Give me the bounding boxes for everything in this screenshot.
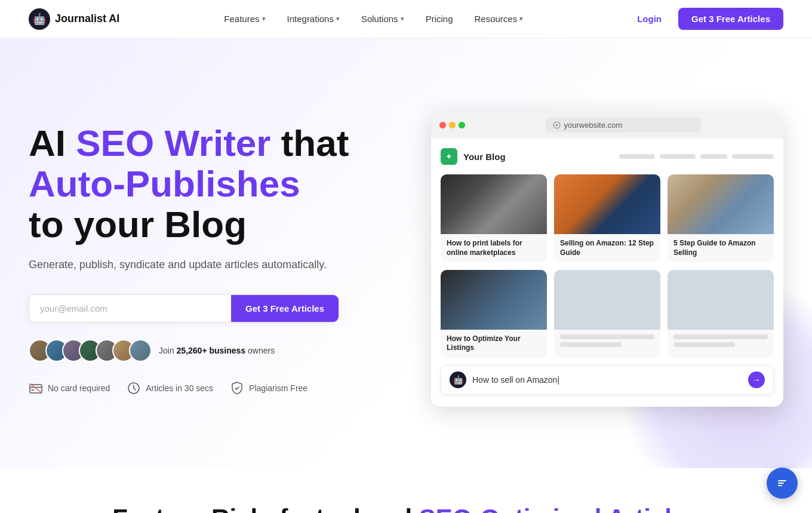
browser-dots: [439, 122, 465, 128]
hero-cta-button[interactable]: Get 3 Free Articles: [231, 295, 339, 322]
badge-articles-speed: Articles in 30 secs: [127, 381, 213, 395]
section-title-text: Feature-Rich, factual and SEO-Optimized …: [112, 504, 699, 513]
article-title: How to Optimize Your Listings: [441, 330, 547, 358]
hero-right: yourwebsite.com Your Blog: [387, 112, 783, 406]
hero-title-plain1: AI: [29, 122, 76, 164]
article-skeleton: [668, 330, 774, 355]
hero-left: AI SEO Writer that Auto-Publishes to you…: [29, 123, 387, 396]
email-input[interactable]: [29, 295, 231, 322]
dot-red: [439, 122, 446, 128]
shield-icon: [230, 381, 244, 395]
chevron-down-icon: ▾: [519, 15, 523, 23]
navbar: 🤖 Journalist AI Features ▾ Integrations …: [0, 0, 812, 38]
article-title: 5 Step Guide to Amazon Selling: [668, 234, 774, 262]
article-image: [441, 270, 547, 330]
hero-section: AI SEO Writer that Auto-Publishes to you…: [0, 38, 812, 468]
avatar: [129, 339, 152, 362]
blog-header: Your Blog: [441, 148, 774, 165]
section-title: Feature-Rich, factual and SEO-Optimized …: [29, 504, 783, 513]
hero-badges: No card required Articles in 30 secs Pla…: [29, 381, 387, 395]
nav-bar-placeholder: [732, 154, 774, 159]
logo-icon: 🤖: [29, 8, 50, 30]
nav-resources[interactable]: Resources ▾: [466, 9, 531, 29]
nav-bar-placeholder: [700, 154, 727, 159]
browser-url-bar: yourwebsite.com: [546, 118, 701, 133]
chatbox: 🤖 How to sell on Amazon| →: [441, 365, 774, 395]
blog-name: Your Blog: [463, 152, 506, 162]
article-card-placeholder: [554, 270, 660, 358]
articles-speed-label: Articles in 30 secs: [146, 383, 213, 393]
chatbox-send-button[interactable]: →: [748, 371, 765, 388]
dot-yellow: [449, 122, 456, 128]
browser-url-text: yourwebsite.com: [564, 121, 623, 130]
article-image-placeholder: [554, 270, 660, 330]
article-card: 5 Step Guide to Amazon Selling: [668, 174, 774, 262]
article-image: [441, 174, 547, 234]
chatbox-avatar-icon: 🤖: [450, 371, 466, 388]
nav-links: Features ▾ Integrations ▾ Solutions ▾ Pr…: [216, 9, 531, 29]
skeleton-line: [673, 342, 735, 347]
skeleton-line: [560, 342, 622, 347]
nav-solutions[interactable]: Solutions ▾: [353, 9, 413, 29]
browser-mockup: yourwebsite.com Your Blog: [431, 112, 783, 406]
hero-title-plain2: that: [270, 122, 349, 164]
nav-bar-placeholder: [660, 154, 696, 159]
article-image: [668, 174, 774, 234]
hero-title-purple: SEO Writer: [76, 122, 270, 164]
nav-integrations[interactable]: Integrations ▾: [279, 9, 348, 29]
article-image-placeholder: [668, 270, 774, 330]
blog-logo-icon: [441, 148, 457, 165]
hero-subtitle: Generate, publish, syndicate and update …: [29, 257, 387, 273]
logo-text: Journalist AI: [55, 13, 119, 25]
hero-form: Get 3 Free Articles: [29, 294, 339, 322]
badge-plagiarism: Plagiarism Free: [230, 381, 307, 395]
section-title-area: Feature-Rich, factual and SEO-Optimized …: [0, 468, 812, 513]
chevron-down-icon: ▾: [401, 15, 404, 23]
article-card-placeholder: [668, 270, 774, 358]
article-title: How to print labels for online marketpla…: [441, 234, 547, 262]
login-button[interactable]: Login: [628, 9, 671, 29]
join-text: Join 25,260+ business owners: [159, 346, 275, 355]
chevron-down-icon: ▾: [262, 15, 266, 23]
article-card: How to print labels for online marketpla…: [441, 174, 547, 262]
article-title: Selling on Amazon: 12 Step Guide: [554, 234, 660, 262]
article-card: How to Optimize Your Listings: [441, 270, 547, 358]
nav-features[interactable]: Features ▾: [216, 9, 273, 29]
badge-no-card: No card required: [29, 381, 110, 395]
browser-body: Your Blog How to print labels for online…: [431, 139, 783, 406]
article-skeleton: [554, 330, 660, 355]
plagiarism-label: Plagiarism Free: [249, 383, 307, 393]
nav-pricing[interactable]: Pricing: [417, 9, 462, 29]
dot-green: [459, 122, 465, 128]
no-card-label: No card required: [48, 383, 110, 393]
avatar-stack: [29, 339, 152, 362]
hero-social-proof: Join 25,260+ business owners: [29, 339, 387, 362]
skeleton-line: [560, 334, 654, 339]
logo[interactable]: 🤖 Journalist AI: [29, 8, 119, 30]
nav-cta-button[interactable]: Get 3 Free Articles: [678, 8, 783, 30]
blog-nav-items: [619, 154, 774, 159]
hero-title: AI SEO Writer that Auto-Publishes to you…: [29, 123, 387, 245]
chatbox-input-text[interactable]: How to sell on Amazon|: [472, 375, 742, 385]
article-image: [554, 174, 660, 234]
no-card-icon: [29, 381, 43, 395]
browser-bar: yourwebsite.com: [431, 112, 783, 139]
nav-actions: Login Get 3 Free Articles: [628, 8, 783, 30]
clock-icon: [127, 381, 141, 395]
skeleton-line: [673, 334, 768, 339]
articles-grid: How to print labels for online marketpla…: [441, 174, 774, 357]
article-card: Selling on Amazon: 12 Step Guide: [554, 174, 660, 262]
chat-support-button[interactable]: [767, 468, 798, 499]
chevron-down-icon: ▾: [336, 15, 340, 23]
hero-title-line2: Auto-Publishes: [29, 163, 300, 204]
nav-bar-placeholder: [619, 154, 655, 159]
hero-title-line3: to your Blog: [29, 204, 247, 245]
